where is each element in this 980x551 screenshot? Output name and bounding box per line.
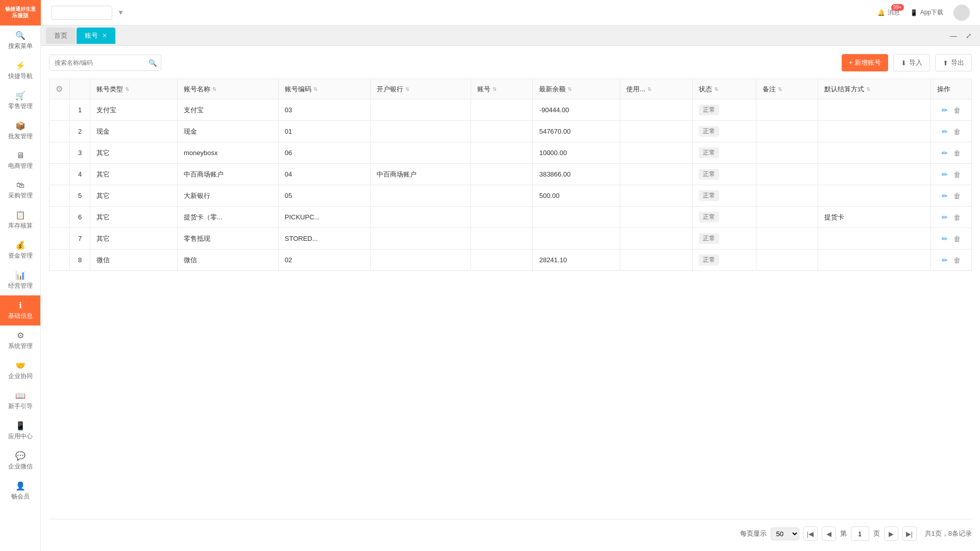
row-actions: ✏ 🗑 — [931, 142, 972, 164]
col-name[interactable]: 账号名称 ⇅ — [177, 79, 278, 99]
row-code: 05 — [278, 185, 370, 207]
page-number-input[interactable]: 1 — [851, 527, 869, 541]
row-num: 8 — [70, 249, 90, 271]
row-checkbox[interactable] — [50, 185, 70, 207]
col-label-type: 账号类型 — [96, 85, 123, 94]
sidebar-item-member[interactable]: 👤 畅会员 — [0, 476, 40, 506]
sidebar-item-search[interactable]: 🔍 搜索菜单 — [0, 26, 40, 56]
sidebar-item-system[interactable]: ⚙ 系统管理 — [0, 325, 40, 356]
row-checkbox[interactable] — [50, 249, 70, 271]
next-page-button[interactable]: ▶ — [884, 527, 898, 541]
row-name: 现金 — [177, 121, 278, 142]
enterprise_agreement-icon: 🤝 — [15, 361, 26, 370]
status-badge: 正常 — [699, 212, 719, 222]
sidebar-label-guide: 新手引导 — [8, 402, 33, 411]
row-default-settlement — [818, 185, 931, 207]
col-usage[interactable]: 使用... ⇅ — [620, 79, 693, 99]
page-size-select[interactable]: 50 100 200 — [771, 528, 799, 540]
sidebar-item-operation[interactable]: 📊 经营管理 — [0, 265, 40, 295]
row-usage — [620, 249, 693, 271]
app-download-button[interactable]: 📱 App下载 — [910, 8, 943, 17]
row-checkbox[interactable] — [50, 142, 70, 164]
edit-button[interactable]: ✏ — [940, 127, 950, 137]
sidebar-item-retail[interactable]: 🛒 零售管理 — [0, 86, 40, 116]
top-search-input[interactable] — [51, 6, 112, 20]
row-checkbox[interactable] — [50, 164, 70, 185]
main-area: ▼ 🔔 消息 99+ 📱 App下载 首页账号✕ — ⤢ 🔍 — [41, 0, 980, 551]
sidebar-item-enterprise_agreement[interactable]: 🤝 企业协同 — [0, 356, 40, 386]
first-page-button[interactable]: |◀ — [803, 527, 818, 541]
col-balance[interactable]: 最新余额 ⇅ — [533, 79, 620, 99]
col-bank[interactable]: 开户银行 ⇅ — [370, 79, 471, 99]
col-account[interactable]: 账号 ⇅ — [471, 79, 533, 99]
edit-button[interactable]: ✏ — [940, 234, 950, 244]
sidebar-item-shortcut[interactable]: ⚡ 快捷导航 — [0, 56, 40, 86]
sidebar-item-basic[interactable]: ℹ 基础信息 — [0, 295, 40, 325]
sidebar-item-app_center[interactable]: 📱 应用中心 — [0, 416, 40, 446]
content-area: 🔍 + 新增账号 ⬇ 导入 ⬆ 导出 ⚙ 账号类型 ⇅ — [41, 46, 980, 551]
tab-fullscreen-button[interactable]: ⤢ — [963, 30, 975, 41]
row-checkbox[interactable] — [50, 228, 70, 249]
sidebar-item-wechat[interactable]: 💬 企业微信 — [0, 446, 40, 476]
sidebar-item-purchase[interactable]: 🛍 采购管理 — [0, 176, 40, 205]
edit-button[interactable]: ✏ — [940, 255, 950, 265]
add-account-button[interactable]: + 新增账号 — [842, 54, 888, 71]
tab-close-account[interactable]: ✕ — [102, 32, 107, 39]
tab-minimize-button[interactable]: — — [947, 30, 960, 41]
col-code[interactable]: 账号编码 ⇅ — [278, 79, 370, 99]
row-checkbox[interactable] — [50, 207, 70, 228]
delete-button[interactable]: 🗑 — [951, 212, 963, 222]
delete-button[interactable]: 🗑 — [951, 169, 963, 180]
prev-page-button[interactable]: ◀ — [822, 527, 836, 541]
col-status[interactable]: 状态 ⇅ — [693, 79, 756, 99]
edit-button[interactable]: ✏ — [940, 148, 950, 158]
sidebar-label-member: 畅会员 — [11, 492, 30, 501]
settings-icon[interactable]: ⚙ — [56, 85, 63, 93]
row-balance: 383866.00 — [533, 164, 620, 185]
last-page-button[interactable]: ▶| — [902, 527, 917, 541]
delete-button[interactable]: 🗑 — [951, 127, 963, 137]
col-default_settlement[interactable]: 默认结算方式 ⇅ — [818, 79, 931, 99]
row-checkbox[interactable] — [50, 99, 70, 121]
sidebar-item-guide[interactable]: 📖 新手引导 — [0, 386, 40, 416]
sidebar-label-basic: 基础信息 — [8, 312, 33, 320]
edit-button[interactable]: ✏ — [940, 105, 950, 115]
sidebar-item-finance[interactable]: 💰 资金管理 — [0, 235, 40, 265]
delete-button[interactable]: 🗑 — [951, 191, 963, 201]
row-checkbox[interactable] — [50, 121, 70, 142]
user-avatar[interactable] — [953, 5, 970, 21]
delete-button[interactable]: 🗑 — [951, 148, 963, 158]
col-label-usage: 使用... — [626, 85, 645, 94]
basic-icon: ℹ — [19, 300, 22, 310]
edit-button[interactable]: ✏ — [940, 169, 950, 180]
sidebar-item-wholesale[interactable]: 📦 批发管理 — [0, 116, 40, 146]
sidebar-item-inventory[interactable]: 📋 库存核算 — [0, 205, 40, 235]
search-input[interactable] — [50, 55, 144, 70]
top-header: ▼ 🔔 消息 99+ 📱 App下载 — [41, 0, 980, 26]
delete-button[interactable]: 🗑 — [951, 255, 963, 265]
sidebar-label-wholesale: 批发管理 — [8, 132, 33, 141]
dropdown-arrow-icon[interactable]: ▼ — [117, 9, 124, 16]
row-code: PICKUPC... — [278, 207, 370, 228]
sort-icon-usage: ⇅ — [647, 86, 651, 92]
row-default-settlement — [818, 164, 931, 185]
tab-home[interactable]: 首页 — [46, 28, 76, 44]
notification-button[interactable]: 🔔 消息 99+ — [877, 8, 900, 17]
header-right: 🔔 消息 99+ 📱 App下载 — [877, 5, 970, 21]
edit-button[interactable]: ✏ — [940, 212, 950, 222]
col-type[interactable]: 账号类型 ⇅ — [90, 79, 178, 99]
sort-icon-status: ⇅ — [714, 86, 718, 92]
sidebar-label-operation: 经营管理 — [8, 282, 33, 290]
delete-button[interactable]: 🗑 — [951, 234, 963, 244]
export-button[interactable]: ⬆ 导出 — [935, 54, 972, 71]
row-actions: ✏ 🗑 — [931, 207, 972, 228]
tab-account[interactable]: 账号✕ — [77, 28, 115, 44]
row-remark — [756, 99, 818, 121]
search-button[interactable]: 🔍 — [144, 55, 161, 71]
col-remark[interactable]: 备注 ⇅ — [756, 79, 818, 99]
delete-button[interactable]: 🗑 — [951, 105, 963, 115]
sidebar-label-retail: 零售管理 — [8, 102, 33, 111]
edit-button[interactable]: ✏ — [940, 191, 950, 201]
import-button[interactable]: ⬇ 导入 — [893, 54, 930, 71]
sidebar-item-ecommerce[interactable]: 🖥 电商管理 — [0, 146, 40, 176]
